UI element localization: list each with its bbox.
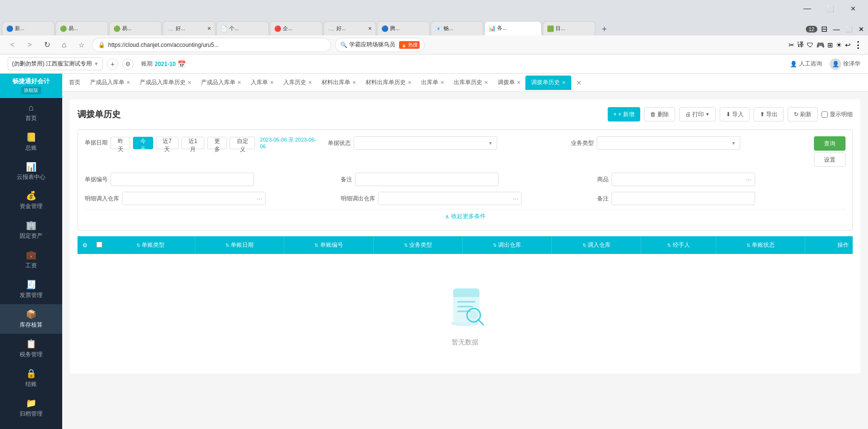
maximize-button[interactable]: ⬜ [819, 0, 841, 17]
page-tab-transfer[interactable]: 调拨单 ✕ [493, 76, 525, 90]
consultant-button[interactable]: 👤 人工咨询 [790, 60, 822, 68]
page-tab-inbound[interactable]: 入库单 ✕ [246, 76, 278, 90]
page-tab-inbound-history[interactable]: 入库历史 ✕ [278, 76, 317, 90]
remark2-input[interactable] [612, 192, 755, 205]
goods-input[interactable] [612, 173, 743, 186]
tab-close-icon[interactable]: ✕ [270, 80, 274, 85]
browser-minimize-button[interactable]: — [831, 25, 842, 33]
calendar-icon[interactable]: 📅 [178, 60, 186, 68]
sidebar-item-home[interactable]: ⌂ 首页 [0, 98, 62, 127]
date-more-btn[interactable]: 更多 [207, 137, 227, 149]
home-browser-button[interactable]: ⌂ [57, 38, 71, 52]
tab-close-icon[interactable]: ✕ [126, 80, 130, 85]
tab-close-icon[interactable]: ✕ [408, 80, 412, 85]
back-button[interactable]: < [6, 38, 19, 52]
sidebar-item-tax[interactable]: 📋 税务管理 [0, 334, 62, 363]
date-yesterday-btn[interactable]: 昨天 [111, 137, 130, 149]
browser-tab[interactable]: 🟩 目... [543, 21, 595, 35]
status-select[interactable]: ▼ [354, 136, 497, 150]
doc-status-column-header[interactable]: ⇅ 单账状态 [716, 236, 805, 254]
close-all-tabs-button[interactable]: ✕ [573, 79, 585, 87]
remark-input[interactable] [355, 173, 499, 186]
out-warehouse-dots-btn[interactable]: ··· [510, 195, 522, 202]
page-tab-outbound[interactable]: 出库单 ✕ [416, 76, 449, 90]
sidebar-item-invoice[interactable]: 🧾 发票管理 [0, 275, 62, 304]
settings-filter-button[interactable]: 设置 [814, 153, 846, 167]
tab-close-icon[interactable]: ✕ [352, 80, 356, 85]
browser-tab[interactable]: 🔵 新... [2, 21, 55, 35]
settings-company-button[interactable]: ⚙ [122, 58, 134, 70]
detail-out-warehouse-input[interactable] [378, 192, 510, 205]
browser-tab[interactable]: ☁️ 好... ✕ [163, 21, 215, 35]
new-tab-button[interactable]: + [598, 23, 611, 35]
scissors-button[interactable]: ✂ [789, 41, 794, 49]
in-warehouse-column-header[interactable]: ⇅ 调入仓库 [552, 236, 641, 254]
sidebar-item-fixed-assets[interactable]: 🏢 固定资产 [0, 215, 62, 245]
browser-tab[interactable]: 🔴 企... [270, 21, 323, 35]
sidebar-item-wages[interactable]: 💼 工资 [0, 245, 62, 275]
browser-tab[interactable]: ☁️ 好... ✕ [323, 21, 376, 35]
sidebar-logo[interactable]: 畅捷通好会计 旗舰版 [0, 74, 62, 98]
doc-date-column-header[interactable]: ⇅ 单账日期 [195, 236, 284, 254]
browser-close-button[interactable]: ✕ [857, 25, 866, 33]
sidebar-item-reports[interactable]: 📊 云报表中心 [0, 157, 62, 186]
minimize-button[interactable]: — [796, 0, 818, 17]
sidebar-item-basic[interactable]: ⚙ 基础设置 [0, 423, 62, 429]
select-all-checkbox[interactable] [96, 242, 102, 248]
tab-close-icon[interactable]: ✕ [440, 80, 444, 85]
browser-menu-button[interactable]: ⊟ [819, 24, 829, 33]
browser-tab[interactable]: 📄 个... [216, 21, 269, 35]
refresh-page-button[interactable]: ↻ 刷新 [788, 107, 818, 121]
doc-number-input[interactable] [111, 173, 254, 186]
close-button[interactable]: ✕ [842, 0, 864, 17]
tab-close-icon[interactable]: ✕ [207, 26, 211, 31]
page-tab-product-inbound2[interactable]: 产成品入库单 ✕ [196, 76, 246, 90]
import-button[interactable]: ⬇ 导入 [720, 107, 750, 121]
sidebar-item-closing[interactable]: 🔒 结账 [0, 363, 62, 393]
business-type-column-header[interactable]: ⇅ 业务类型 [373, 236, 462, 254]
browser-menu-dots[interactable]: ⋮ [854, 40, 862, 50]
date-week-btn[interactable]: 近7天 [156, 137, 179, 149]
collapse-more-button[interactable]: ∧ 收起更多条件 [85, 209, 846, 223]
tab-close-icon[interactable]: ✕ [517, 80, 521, 85]
browser-tab[interactable]: 🟢 易... [56, 21, 108, 35]
out-warehouse-column-header[interactable]: ⇅ 调出仓库 [463, 236, 552, 254]
page-tab-outbound-history[interactable]: 出库单历史 ✕ [449, 76, 493, 90]
tab-close-icon[interactable]: ✕ [237, 80, 241, 85]
in-warehouse-dots-btn[interactable]: ··· [254, 195, 265, 202]
doc-number-column-header[interactable]: ⇅ 单账编号 [284, 236, 373, 254]
add-company-button[interactable]: + [107, 58, 118, 70]
date-month-btn[interactable]: 近1月 [181, 137, 204, 149]
handler-column-header[interactable]: ⇅ 经手人 [641, 236, 716, 254]
sidebar-item-capital[interactable]: 💰 资金管理 [0, 186, 62, 215]
star-button[interactable]: ☆ [75, 38, 88, 52]
date-custom-btn[interactable]: 自定义 [230, 137, 255, 149]
page-tab-transfer-history[interactable]: 调拨单历史 ✕ [525, 76, 571, 90]
browser-tab[interactable]: 🔵 腾... [377, 21, 430, 35]
browser-tab[interactable]: 📧 畅... [431, 21, 483, 35]
tab-close-icon[interactable]: ✕ [368, 26, 372, 31]
detail-in-warehouse-input[interactable] [122, 192, 254, 205]
business-type-select[interactable]: ▼ [597, 136, 740, 150]
page-tab-product-inbound[interactable]: 产成品入库单 ✕ [85, 76, 135, 90]
goods-dots-btn[interactable]: ··· [743, 176, 755, 183]
page-tab-home[interactable]: 首页 [64, 76, 85, 90]
settings-column-header[interactable]: ⚙ [78, 236, 92, 254]
period-value[interactable]: 2021-10 [155, 61, 176, 67]
sidebar-item-ledger[interactable]: 📒 总账 [0, 127, 62, 157]
browser-tab-active[interactable]: 📊 各... [484, 21, 542, 35]
date-today-btn[interactable]: 今天 [133, 137, 153, 149]
forward-button[interactable]: > [23, 38, 36, 52]
extension2-button[interactable]: 🎮 [816, 41, 824, 49]
display-toggle-checkbox[interactable] [822, 111, 828, 118]
doc-type-column-header[interactable]: ⇅ 单账类型 [106, 236, 195, 254]
tab-close-icon[interactable]: ✕ [308, 80, 312, 85]
translate-button[interactable]: 译 [797, 41, 804, 49]
print-button[interactable]: 🖨 打印 ▼ [679, 107, 716, 121]
export-button[interactable]: ⬆ 导出 [754, 107, 784, 121]
brightness-button[interactable]: ☀ [836, 41, 842, 49]
page-tab-material-outbound-history[interactable]: 材料出库单历史 ✕ [361, 76, 416, 90]
new-button[interactable]: + + 新增 [608, 107, 640, 121]
address-input[interactable] [108, 42, 325, 48]
extension1-button[interactable]: 🛡 [807, 41, 813, 49]
